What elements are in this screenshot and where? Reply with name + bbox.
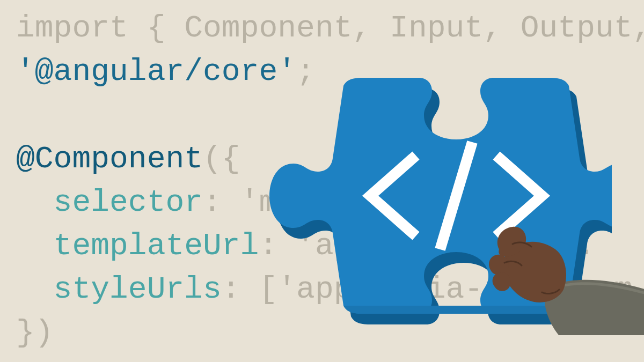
code-line-8-close: }) (16, 315, 54, 350)
hand-graphic (483, 212, 644, 335)
code-line-5-key: selector (16, 185, 203, 220)
code-line-1: import { Component, Input, Output, (16, 11, 644, 46)
hand-svg (483, 212, 644, 335)
code-line-4-decorator: @Component (16, 142, 203, 176)
code-line-5-colon: : (203, 185, 240, 220)
code-line-6-key: templateUrl (16, 228, 259, 263)
code-line-2-string: '@angular/core' (16, 54, 296, 89)
code-line-7-key: styleUrls (16, 272, 222, 307)
code-line-4-paren: ({ (203, 142, 240, 176)
